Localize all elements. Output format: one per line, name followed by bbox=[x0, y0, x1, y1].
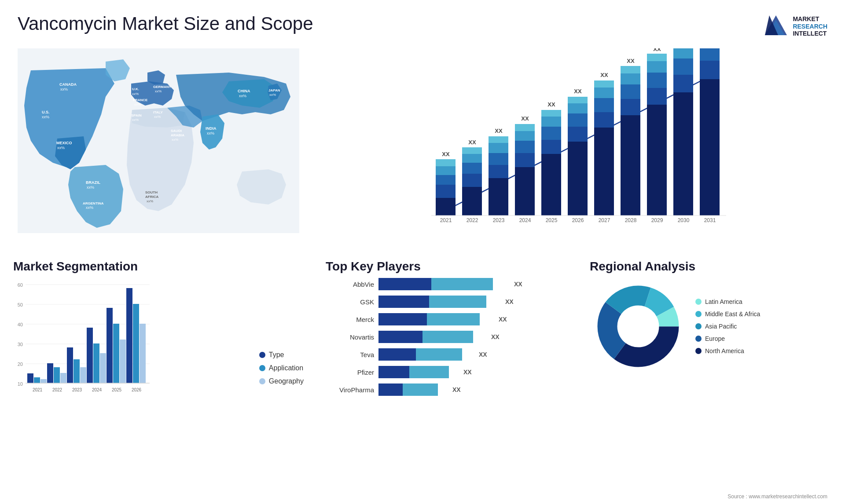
player-bar-abbvie: XX bbox=[378, 278, 563, 290]
reg-dot-north-america bbox=[695, 348, 702, 354]
player-name-gsk: GSK bbox=[326, 298, 374, 306]
map-label-us: U.S. bbox=[42, 110, 50, 114]
player-label-abbvie: XX bbox=[514, 281, 522, 288]
bar-2024-seg1 bbox=[515, 167, 535, 215]
svg-text:xx%: xx% bbox=[207, 131, 214, 135]
bar-2029-seg5 bbox=[647, 54, 667, 61]
bar-chart-section: XX 2021 XX 2022 XX 2023 XX 20 bbox=[308, 44, 836, 255]
map-label-argentina: ARGENTINA bbox=[83, 201, 104, 205]
bar-label-2026: XX bbox=[574, 88, 582, 95]
donut-chart bbox=[590, 278, 687, 375]
bar-2022-seg5 bbox=[462, 147, 482, 154]
bar-2031-seg1 bbox=[700, 79, 720, 215]
player-bar-teva-light bbox=[416, 348, 462, 361]
bar-2028-seg3 bbox=[621, 84, 640, 99]
svg-text:xx%: xx% bbox=[57, 146, 65, 150]
bar-label-2024: XX bbox=[521, 115, 529, 122]
donut-center bbox=[620, 308, 657, 345]
svg-text:2022: 2022 bbox=[52, 387, 62, 392]
bar-2028-seg4 bbox=[621, 73, 640, 84]
bar-2022-seg1 bbox=[462, 187, 482, 215]
bar-2027-seg2 bbox=[594, 112, 614, 128]
player-bar-merck: XX bbox=[378, 313, 563, 325]
svg-text:2028: 2028 bbox=[625, 217, 637, 223]
bar-2029-seg1 bbox=[647, 105, 667, 215]
bar-label-2028: XX bbox=[627, 58, 635, 64]
legend-type: Type bbox=[259, 351, 304, 359]
bar-2023-seg4 bbox=[489, 143, 508, 153]
map-label-canada: CANADA bbox=[59, 82, 77, 87]
bar-label-2027: XX bbox=[600, 72, 608, 78]
player-label-gsk: XX bbox=[505, 298, 514, 305]
donut-svg bbox=[590, 278, 687, 375]
bar-label-2022: XX bbox=[468, 139, 476, 146]
bar-2030-seg1 bbox=[673, 92, 693, 215]
seg-bar-2022-app bbox=[54, 367, 60, 383]
map-label-saudi: SAUDI bbox=[171, 129, 182, 133]
bar-2031-seg3 bbox=[700, 48, 720, 61]
svg-text:2023: 2023 bbox=[493, 217, 505, 223]
svg-text:2023: 2023 bbox=[72, 387, 82, 392]
reg-legend-north-america: North America bbox=[695, 347, 760, 354]
player-label-viropharma: XX bbox=[452, 386, 461, 393]
logo-icon bbox=[763, 13, 789, 40]
player-label-teva: XX bbox=[479, 351, 487, 358]
player-bar-merck-light bbox=[427, 313, 480, 325]
bar-label-2029: XX bbox=[653, 48, 661, 52]
player-bar-teva: XX bbox=[378, 348, 563, 361]
world-map-section: CANADA xx% U.S. xx% MEXICO xx% BRAZIL xx… bbox=[9, 44, 308, 255]
player-row-teva: Teva XX bbox=[326, 348, 563, 361]
map-label-italy: ITALY bbox=[153, 110, 163, 114]
svg-text:ARABIA: ARABIA bbox=[171, 133, 184, 137]
seg-bar-2026-type bbox=[126, 288, 132, 383]
svg-text:2021: 2021 bbox=[440, 217, 452, 223]
svg-text:2025: 2025 bbox=[546, 217, 558, 223]
svg-text:xx%: xx% bbox=[155, 89, 162, 93]
player-name-pfizer: Pfizer bbox=[326, 369, 374, 376]
seg-bar-2025-app bbox=[113, 324, 119, 383]
seg-bar-2022-type bbox=[47, 363, 53, 383]
svg-text:2027: 2027 bbox=[599, 217, 610, 223]
bar-2026-seg2 bbox=[568, 127, 588, 142]
svg-text:xx%: xx% bbox=[154, 115, 161, 119]
player-name-abbvie: AbbVie bbox=[326, 281, 374, 288]
segmentation-section: Market Segmentation 60 50 40 30 20 10 bbox=[9, 255, 308, 405]
reg-dot-mea bbox=[695, 311, 702, 317]
svg-text:xx%: xx% bbox=[60, 87, 68, 91]
svg-text:xx%: xx% bbox=[86, 205, 93, 210]
player-bar-abbvie-light bbox=[431, 278, 493, 290]
bar-label-2021: XX bbox=[442, 151, 450, 157]
bar-2022-seg4 bbox=[462, 154, 482, 163]
player-label-novartis: XX bbox=[491, 333, 500, 340]
legend-dot-type bbox=[259, 352, 265, 358]
header: Vancomycin Market Size and Scope MARKET … bbox=[0, 0, 845, 44]
svg-text:2025: 2025 bbox=[112, 387, 122, 392]
reg-legend-latin-america: Latin America bbox=[695, 298, 760, 305]
bar-2024-seg3 bbox=[515, 141, 535, 153]
source-text: Source : www.marketresearchintellect.com bbox=[727, 493, 827, 500]
regional-legend: Latin America Middle East & Africa Asia … bbox=[695, 298, 760, 354]
bar-2027-seg5 bbox=[594, 80, 614, 88]
map-label-spain: SPAIN bbox=[131, 113, 142, 117]
bar-2029-seg3 bbox=[647, 73, 667, 88]
bar-2025-seg2 bbox=[541, 140, 561, 154]
svg-text:xx%: xx% bbox=[269, 93, 276, 97]
svg-text:AFRICA: AFRICA bbox=[145, 195, 158, 199]
player-row-pfizer: Pfizer XX bbox=[326, 366, 563, 378]
player-row-novartis: Novartis XX bbox=[326, 331, 563, 343]
reg-dot-asia-pacific bbox=[695, 323, 702, 329]
map-label-mexico: MEXICO bbox=[56, 141, 72, 145]
svg-text:2029: 2029 bbox=[651, 217, 663, 223]
bar-2023-seg2 bbox=[489, 165, 508, 178]
players-list: AbbVie XX GSK XX bbox=[326, 278, 563, 396]
seg-bar-2024-geo bbox=[100, 353, 106, 383]
map-label-china: CHINA bbox=[238, 89, 250, 93]
svg-text:2030: 2030 bbox=[678, 217, 690, 223]
bar-2025-seg3 bbox=[541, 127, 561, 140]
bar-2028-seg5 bbox=[621, 66, 640, 73]
reg-legend-asia-pacific: Asia Pacific bbox=[695, 323, 760, 330]
player-bar-viropharma: XX bbox=[378, 383, 563, 396]
players-title: Top Key Players bbox=[326, 259, 563, 274]
player-bar-pfizer-light bbox=[409, 366, 449, 378]
seg-bar-2025-type bbox=[107, 308, 113, 383]
